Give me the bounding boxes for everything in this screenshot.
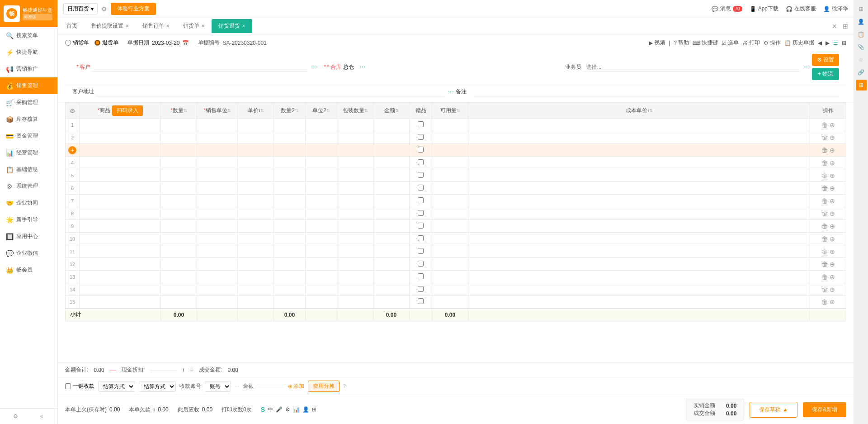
unit-cell[interactable]: [197, 131, 238, 144]
price-cell[interactable]: [238, 169, 274, 182]
sort-icon[interactable]: ⇅: [295, 108, 298, 113]
qty-cell[interactable]: [161, 296, 197, 309]
pack-qty-cell[interactable]: [337, 271, 373, 283]
price-cell[interactable]: [238, 207, 274, 220]
cost-cell[interactable]: [468, 233, 810, 245]
save-draft-btn[interactable]: 保存草稿 ▲: [750, 402, 797, 418]
unit-cell[interactable]: [197, 144, 238, 157]
copy-row-icon[interactable]: ⊕: [830, 298, 835, 305]
qty-cell[interactable]: [161, 283, 197, 296]
cost-cell[interactable]: [468, 157, 810, 169]
sort-icon[interactable]: ⇅: [326, 108, 330, 113]
product-cell[interactable]: [80, 258, 161, 271]
qty-cell[interactable]: [161, 119, 197, 131]
gift-checkbox[interactable]: [418, 223, 424, 229]
sidebar-settings-btn[interactable]: ⚙: [5, 413, 27, 419]
person-icon[interactable]: 👤: [302, 406, 309, 413]
pack-qty-cell[interactable]: [337, 182, 373, 195]
amount-cell[interactable]: [373, 283, 410, 296]
pack-qty-cell[interactable]: [337, 233, 373, 245]
tab-sales[interactable]: 销货单 ✕: [176, 19, 212, 33]
grid-icon[interactable]: ⊞: [312, 406, 316, 413]
online-service-btn[interactable]: 🎧 在线客服: [786, 5, 816, 13]
tab-close-icon[interactable]: ✕: [125, 24, 129, 29]
unit2-cell[interactable]: [306, 119, 337, 131]
delete-row-icon[interactable]: 🗑: [821, 235, 828, 243]
cost-cell[interactable]: [468, 131, 810, 144]
sort-icon[interactable]: ⇅: [184, 108, 187, 113]
right-panel-btn-2[interactable]: 👤: [856, 16, 867, 27]
available-cell[interactable]: [432, 182, 468, 195]
pack-qty-cell[interactable]: [337, 220, 373, 233]
scan-input-btn[interactable]: 扫码录入: [112, 105, 143, 116]
unit-cell[interactable]: [197, 169, 238, 182]
address-input[interactable]: [96, 87, 444, 96]
shortcut-action[interactable]: ⌨快捷键: [693, 39, 718, 47]
logistics-btn[interactable]: + 物流: [812, 68, 839, 80]
discount-input[interactable]: [150, 369, 177, 371]
qty-cell[interactable]: [161, 182, 197, 195]
qty2-cell[interactable]: [274, 271, 306, 283]
account-method-select[interactable]: 结算方式: [139, 381, 176, 392]
delete-row-icon[interactable]: 🗑: [821, 261, 828, 268]
qty-cell[interactable]: [161, 195, 197, 207]
available-cell[interactable]: [432, 296, 468, 309]
account-select[interactable]: 账号: [205, 381, 231, 392]
warehouse-picker-btn[interactable]: ···: [358, 63, 367, 71]
expand-tab-btn[interactable]: ⊞: [841, 22, 850, 31]
sidebar-item-wechat[interactable]: 💬 企业微信: [0, 245, 57, 262]
product-input[interactable]: [82, 122, 158, 128]
address-picker-btn[interactable]: ···: [446, 88, 456, 96]
product-cell[interactable]: [80, 207, 161, 220]
qty-cell[interactable]: [161, 233, 197, 245]
right-panel-btn-3[interactable]: 📋: [856, 29, 867, 40]
delete-row-icon[interactable]: 🗑: [821, 223, 828, 230]
cost-cell[interactable]: [468, 271, 810, 283]
qty2-cell[interactable]: [274, 233, 306, 245]
price-cell[interactable]: [238, 182, 274, 195]
unit2-cell[interactable]: [306, 144, 337, 157]
gift-checkbox[interactable]: [418, 134, 424, 140]
copy-row-icon[interactable]: ⊕: [830, 223, 835, 230]
zh-icon[interactable]: 中: [268, 406, 273, 414]
gift-checkbox[interactable]: [418, 210, 424, 216]
amount-cell[interactable]: [373, 258, 410, 271]
unit-cell[interactable]: [197, 283, 238, 296]
copy-row-icon[interactable]: ⊕: [830, 235, 835, 243]
split-btn[interactable]: 费用分摊: [308, 381, 340, 392]
gift-checkbox[interactable]: [418, 273, 424, 279]
product-cell[interactable]: [80, 233, 161, 245]
gift-checkbox[interactable]: [418, 261, 424, 267]
close-tab-btn[interactable]: ✕: [830, 22, 839, 31]
return-bill-radio-input[interactable]: [94, 40, 100, 46]
unit-cell[interactable]: [197, 258, 238, 271]
add-row-btn[interactable]: +: [68, 146, 76, 154]
product-cell[interactable]: [80, 144, 161, 157]
gift-checkbox[interactable]: [418, 121, 424, 127]
add-payment-btn[interactable]: ⊕ 添加: [288, 382, 304, 390]
sidebar-item-purchase[interactable]: 🛒 采购管理: [0, 94, 57, 111]
unit2-cell[interactable]: [306, 258, 337, 271]
experience-button[interactable]: 体验行业方案: [111, 3, 156, 15]
sidebar-item-inventory[interactable]: 📦 库存核算: [0, 111, 57, 128]
qty2-cell[interactable]: [274, 207, 306, 220]
right-panel-btn-5[interactable]: ☆: [856, 54, 867, 65]
calendar-icon[interactable]: 📅: [182, 40, 189, 46]
amount-cell[interactable]: [373, 182, 410, 195]
pack-qty-cell[interactable]: [337, 245, 373, 258]
unit-cell[interactable]: [197, 220, 238, 233]
price-cell[interactable]: [238, 271, 274, 283]
delete-row-icon[interactable]: 🗑: [821, 134, 828, 141]
tab-close-icon[interactable]: ✕: [242, 24, 245, 29]
cost-cell[interactable]: [468, 207, 810, 220]
pack-qty-cell[interactable]: [337, 258, 373, 271]
unit-cell[interactable]: [197, 195, 238, 207]
header-gear-icon[interactable]: ⚙: [101, 5, 107, 13]
sidebar-item-app-center[interactable]: 🔲 应用中心: [0, 228, 57, 245]
customer-input[interactable]: [92, 62, 307, 72]
select-action[interactable]: ☑选单: [722, 39, 739, 47]
nav-next-icon[interactable]: ▶: [826, 40, 830, 46]
sales-bill-radio-input[interactable]: [65, 40, 71, 46]
price-cell[interactable]: [238, 258, 274, 271]
sort-icon[interactable]: ⇅: [364, 108, 368, 113]
